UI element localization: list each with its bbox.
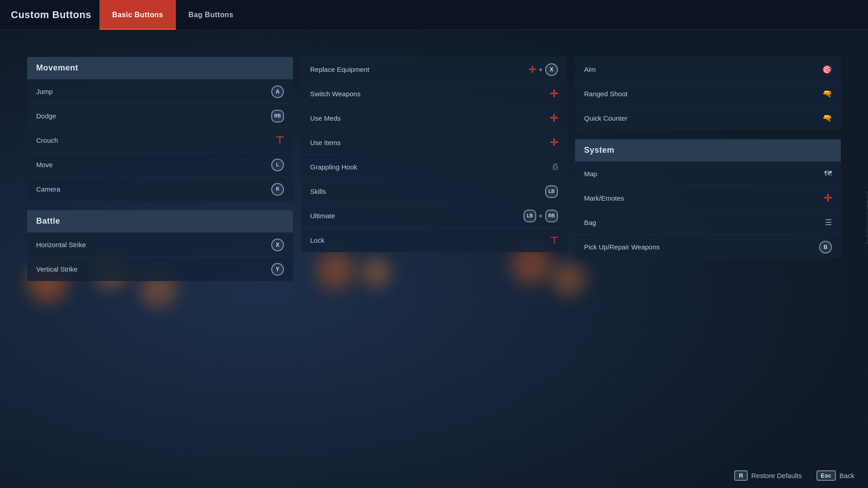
binding-quick-counter[interactable]: Quick Counter 🔫 [575,106,841,130]
tab-bag-buttons[interactable]: Bag Buttons [176,0,246,30]
bag-icon: ☰ [825,218,832,227]
key-skills: LB [545,185,558,198]
qc-icon: 🔫 [822,113,832,123]
label-ranged-shoot: Ranged Shoot [584,90,627,98]
label-use-items: Use Items [310,139,341,146]
key-quick-counter: 🔫 [822,113,832,123]
label-switch-weapons: Switch Weapons [310,90,360,98]
key-badge-rb: RB [271,110,284,122]
binding-use-items[interactable]: Use Items ✛ [301,130,567,155]
label-dodge: Dodge [36,112,56,120]
label-skills: Skills [310,188,326,195]
label-map: Map [584,170,597,178]
key-ranged-shoot: 🔫 [822,89,832,99]
column-middle: Replace Equipment ✛ + X Switch Weapons ✛… [301,57,567,252]
key-use-items: ✛ [550,137,558,149]
key-badge-a: A [271,85,284,98]
label-use-meds: Use Meds [310,114,341,122]
label-aim: Aim [584,66,596,73]
binding-ranged-shoot[interactable]: Ranged Shoot 🔫 [575,81,841,106]
binding-dodge[interactable]: Dodge RB [27,103,293,128]
binding-map[interactable]: Map 🗺 [575,161,841,186]
label-ultimate: Ultimate [310,212,335,220]
binding-camera[interactable]: Camera R [27,177,293,201]
bottom-bar: R Restore Defaults Esc Back [734,470,854,481]
key-ultimate: LB + RB [524,210,558,222]
key-move: L [271,159,284,171]
binding-replace-equipment[interactable]: Replace Equipment ✛ + X [301,57,567,81]
tr-icon: ⊤ [550,236,558,245]
binding-use-meds[interactable]: Use Meds ✛ [301,106,567,130]
binding-aim[interactable]: Aim 🎯 [575,57,841,81]
red-plus-icon3: ✛ [550,137,558,149]
key-badge-r: R [271,183,284,196]
key-aim: 🎯 [822,65,832,75]
column-right: Aim 🎯 Ranged Shoot 🔫 Quick Counter 🔫 Sys… [575,57,841,259]
binding-lock[interactable]: Lock ⊤ [301,228,567,252]
binding-switch-weapons[interactable]: Switch Weapons ✛ [301,81,567,106]
back-action[interactable]: Esc Back [816,470,855,481]
binding-vertical-strike[interactable]: Vertical Strike Y [27,257,293,281]
binding-skills[interactable]: Skills LB [301,179,567,203]
key-pickup-repair: B [819,241,832,253]
key-badge-x2: X [545,63,558,76]
hook-icon: ⎙ [553,162,558,172]
header: Custom Buttons Basic Buttons Bag Buttons [0,0,868,30]
key-jump: A [271,85,284,98]
key-badge-x: X [271,239,284,251]
dpad-icon: ✛ [528,64,536,75]
restore-label: Restore Defaults [751,472,802,479]
key-crouch: ⊤ [275,136,284,145]
binding-bag[interactable]: Bag ☰ [575,210,841,235]
red-plus-icon2: ✛ [550,113,558,124]
aim-icon: 🎯 [822,65,832,75]
section-header-system: System [575,139,841,161]
label-vertical-strike: Vertical Strike [36,265,78,273]
key-icon-tl: ⊤ [275,136,284,145]
gun-icon: 🔫 [822,89,832,99]
label-mark-emotes: Mark/Emotes [584,194,624,202]
label-pickup-repair: Pick Up/Repair Weapons [584,243,660,251]
tab-basic-buttons[interactable]: Basic Buttons [99,0,176,30]
binding-mark-emotes[interactable]: Mark/Emotes ✛ [575,186,841,210]
section-header-movement: Movement [27,57,293,79]
label-lock: Lock [310,236,325,244]
label-crouch: Crouch [36,136,58,144]
key-switch-weapons: ✛ [550,88,558,100]
restore-key: R [734,470,747,481]
binding-horizontal-strike[interactable]: Horizontal Strike X [27,232,293,257]
key-replace-equipment: ✛ + X [528,63,558,76]
restore-defaults-action[interactable]: R Restore Defaults [734,470,802,481]
binding-grappling-hook[interactable]: Grappling Hook ⎙ [301,155,567,179]
section-header-battle: Battle [27,210,293,232]
key-badge-b: B [819,241,832,253]
label-grappling-hook: Grappling Hook [310,163,357,171]
label-camera: Camera [36,185,60,193]
key-badge-l: L [271,159,284,171]
key-vertical-strike: Y [271,263,284,276]
binding-move[interactable]: Move L [27,152,293,177]
key-badge-lb: LB [545,185,558,198]
binding-crouch[interactable]: Crouch ⊤ [27,128,293,152]
back-key: Esc [816,470,836,481]
binding-jump[interactable]: Jump A [27,79,293,103]
key-map: 🗺 [824,169,832,178]
key-dodge: RB [271,110,284,122]
label-replace-equipment: Replace Equipment [310,66,369,73]
red-plus-icon4: ✛ [824,192,832,204]
key-use-meds: ✛ [550,113,558,124]
key-mark-emotes: ✛ [824,192,832,204]
key-badge-lb2: LB [524,210,536,222]
binding-pickup-repair[interactable]: Pick Up/Repair Weapons B [575,235,841,259]
page-title: Custom Buttons [0,9,99,21]
label-horizontal-strike: Horizontal Strike [36,241,86,249]
label-quick-counter: Quick Counter [584,114,627,122]
content-area: Movement Jump A Dodge RB Crouch ⊤ Move L [0,30,868,488]
key-lock: ⊤ [550,236,558,245]
key-horizontal-strike: X [271,239,284,251]
map-icon: 🗺 [824,169,832,178]
key-camera: R [271,183,284,196]
label-bag: Bag [584,219,596,226]
key-bag: ☰ [825,218,832,227]
binding-ultimate[interactable]: Ultimate LB + RB [301,203,567,228]
